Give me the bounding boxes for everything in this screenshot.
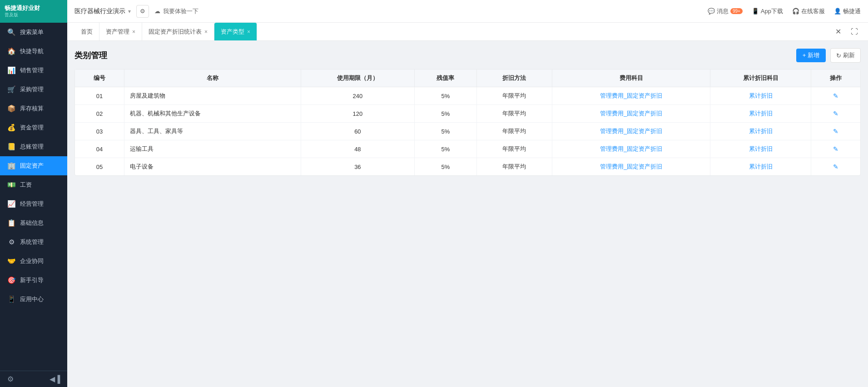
sidebar-item-salary[interactable]: 💵 工资 <box>0 175 67 194</box>
sidebar-item-appcenter[interactable]: 📱 应用中心 <box>0 290 67 309</box>
page-header: 类别管理 + 新增 ↻ 刷新 <box>74 48 861 63</box>
experience-label: 我要体验一下 <box>163 7 198 15</box>
column-header: 名称 <box>124 69 301 87</box>
sidebar-item-ledger[interactable]: 📒 总账管理 <box>0 137 67 156</box>
column-header: 折旧方法 <box>477 69 552 87</box>
sidebar-item-label: 总账管理 <box>20 143 44 151</box>
sidebar-item-search[interactable]: 🔍 搜索菜单 <box>0 23 67 42</box>
sidebar-item-label: 快捷导航 <box>20 47 44 55</box>
cell-expense: 管理费用_固定资产折旧 <box>552 158 710 176</box>
sidebar-item-fund[interactable]: 💰 资金管理 <box>0 118 67 137</box>
salary-icon: 💵 <box>7 181 15 189</box>
sidebar-scroll: 🔍 搜索菜单 🏠 快捷导航 📊 销售管理 🛒 采购管理 📦 库存核算 💰 资金管… <box>0 23 67 371</box>
business-icon: 📈 <box>7 200 15 208</box>
cell-accumulated: 累计折旧 <box>710 158 811 176</box>
service-icon: 🎧 <box>792 8 799 15</box>
table-body: 01房屋及建筑物2405%年限平均管理费用_固定资产折旧累计折旧✎02机器、机械… <box>75 87 860 176</box>
sidebar-item-label: 采购管理 <box>20 85 44 94</box>
sidebar-item-quicknav[interactable]: 🏠 快捷导航 <box>0 42 67 61</box>
sidebar-item-sales[interactable]: 📊 销售管理 <box>0 61 67 80</box>
sidebar-item-label: 销售管理 <box>20 66 44 74</box>
maximize-window-button[interactable]: ⛶ <box>848 25 861 38</box>
online-service-label: 在线客服 <box>801 7 825 15</box>
main-content: 类别管理 + 新增 ↻ 刷新 编号名称使用期限（月）残值率折旧方法费用科目累计折… <box>67 41 868 387</box>
cell-residual: 5% <box>414 105 477 123</box>
tab-close-icon[interactable]: × <box>204 29 208 35</box>
cell-expense: 管理费用_固定资产折旧 <box>552 105 710 123</box>
tab-close-icon[interactable]: × <box>132 29 135 35</box>
tab-home[interactable]: 首页 <box>74 23 99 40</box>
tab-asset-type[interactable]: 资产类型× <box>214 23 257 40</box>
settings-icon[interactable]: ⚙ <box>7 375 14 383</box>
phone-icon: 📱 <box>752 8 759 15</box>
tab-close-icon[interactable]: × <box>247 29 250 35</box>
topbar-left: 医疗器械行业演示 ▾ ⚙ ☁ 我要体验一下 <box>74 5 198 18</box>
topbar-title-container: 医疗器械行业演示 ▾ <box>74 7 131 15</box>
cell-accumulated: 累计折旧 <box>710 105 811 123</box>
topbar-gear-button[interactable]: ⚙ <box>136 5 149 18</box>
sidebar-item-label: 经营管理 <box>20 200 44 208</box>
message-icon: 💬 <box>708 8 715 15</box>
edit-button[interactable]: ✎ <box>811 158 860 176</box>
edit-button[interactable]: ✎ <box>811 105 860 123</box>
cell-method: 年限平均 <box>477 123 552 140</box>
online-service-button[interactable]: 🎧 在线客服 <box>792 7 825 15</box>
sidebar-logo: 畅捷通好业财 普及版 <box>5 5 40 19</box>
cell-residual: 5% <box>414 87 477 105</box>
data-table-wrap: 编号名称使用期限（月）残值率折旧方法费用科目累计折旧科目操作 01房屋及建筑物2… <box>74 69 861 176</box>
main-area: 医疗器械行业演示 ▾ ⚙ ☁ 我要体验一下 💬 消息 99+ 📱 App下载 <box>67 0 868 387</box>
sidebar-item-label: 资金管理 <box>20 124 44 132</box>
cell-id: 04 <box>75 140 124 158</box>
topbar-experience-button[interactable]: ☁ 我要体验一下 <box>154 7 198 15</box>
cell-accumulated: 累计折旧 <box>710 140 811 158</box>
cell-name: 机器、机械和其他生产设备 <box>124 105 301 123</box>
cell-name: 房屋及建筑物 <box>124 87 301 105</box>
basic-info-icon: 📋 <box>7 219 15 227</box>
data-table: 编号名称使用期限（月）残值率折旧方法费用科目累计折旧科目操作 01房屋及建筑物2… <box>75 69 860 175</box>
refresh-label: 刷新 <box>843 51 855 60</box>
enterprise-icon: 🤝 <box>7 257 15 265</box>
sidebar-item-basic-info[interactable]: 📋 基础信息 <box>0 213 67 233</box>
tabs-container: 首页资产管理×固定资产折旧统计表×资产类型× <box>74 23 257 40</box>
tabbar-actions: ✕ ⛶ <box>832 25 861 38</box>
topbar-dropdown-arrow[interactable]: ▾ <box>128 8 131 15</box>
column-header: 操作 <box>811 69 860 87</box>
close-window-button[interactable]: ✕ <box>832 25 844 38</box>
message-button[interactable]: 💬 消息 99+ <box>708 7 743 15</box>
tab-fixed-asset-report[interactable]: 固定资产折旧统计表× <box>142 23 214 40</box>
cell-name: 电子设备 <box>124 158 301 176</box>
table-header: 编号名称使用期限（月）残值率折旧方法费用科目累计折旧科目操作 <box>75 69 860 87</box>
message-badge: 99+ <box>730 8 743 14</box>
edit-button[interactable]: ✎ <box>811 123 860 140</box>
sidebar-item-guide[interactable]: 🎯 新手引导 <box>0 271 67 290</box>
cell-method: 年限平均 <box>477 105 552 123</box>
topbar-title: 医疗器械行业演示 <box>74 7 125 15</box>
collapse-icon[interactable]: ◀▐ <box>50 375 60 383</box>
refresh-button[interactable]: ↻ 刷新 <box>830 48 861 63</box>
cell-id: 03 <box>75 123 124 140</box>
message-label: 消息 <box>717 7 729 15</box>
sidebar-item-label: 固定资产 <box>20 162 44 170</box>
app-download-label: App下载 <box>761 7 783 15</box>
edit-button[interactable]: ✎ <box>811 87 860 105</box>
sidebar-item-enterprise[interactable]: 🤝 企业协同 <box>0 252 67 271</box>
sidebar-item-purchase[interactable]: 🛒 采购管理 <box>0 80 67 99</box>
cell-period: 48 <box>301 140 414 158</box>
user-button[interactable]: 👤 畅捷通 <box>834 7 861 15</box>
cell-method: 年限平均 <box>477 87 552 105</box>
new-button[interactable]: + 新增 <box>796 49 826 62</box>
cell-period: 36 <box>301 158 414 176</box>
cell-period: 60 <box>301 123 414 140</box>
edit-button[interactable]: ✎ <box>811 140 860 158</box>
tab-asset-mgmt[interactable]: 资产管理× <box>99 23 142 40</box>
app-download-button[interactable]: 📱 App下载 <box>752 7 783 15</box>
cell-residual: 5% <box>414 123 477 140</box>
sidebar-item-label: 库存核算 <box>20 104 44 113</box>
sidebar-item-system[interactable]: ⚙ 系统管理 <box>0 233 67 252</box>
sidebar-item-inventory[interactable]: 📦 库存核算 <box>0 99 67 118</box>
cell-id: 02 <box>75 105 124 123</box>
sidebar-item-business[interactable]: 📈 经营管理 <box>0 194 67 213</box>
column-header: 残值率 <box>414 69 477 87</box>
sidebar-item-fixed-asset[interactable]: 🏢 固定资产 <box>0 156 67 175</box>
sidebar-item-label: 基础信息 <box>20 219 44 227</box>
